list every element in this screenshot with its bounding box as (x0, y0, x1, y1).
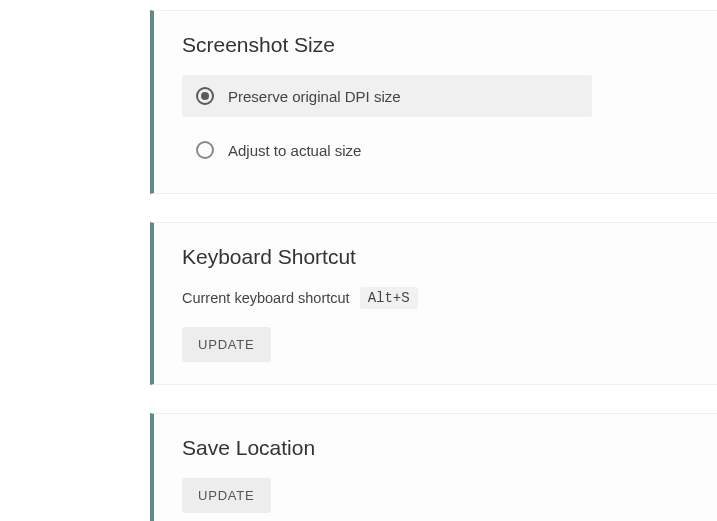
radio-adjust-actual[interactable]: Adjust to actual size (182, 129, 592, 171)
keyboard-shortcut-current-row: Current keyboard shortcut Alt+S (182, 287, 697, 309)
keyboard-shortcut-current-label: Current keyboard shortcut (182, 290, 350, 306)
radio-adjust-actual-label: Adjust to actual size (228, 142, 361, 159)
save-location-update-button[interactable]: UPDATE (182, 478, 271, 513)
screenshot-size-section: Screenshot Size Preserve original DPI si… (150, 10, 717, 194)
screenshot-size-title: Screenshot Size (182, 33, 697, 57)
radio-preserve-dpi-label: Preserve original DPI size (228, 88, 401, 105)
radio-unselected-icon (196, 141, 214, 159)
keyboard-shortcut-section: Keyboard Shortcut Current keyboard short… (150, 222, 717, 385)
screenshot-size-radio-group: Preserve original DPI size Adjust to act… (182, 75, 697, 171)
keyboard-shortcut-value: Alt+S (360, 287, 418, 309)
radio-selected-icon (196, 87, 214, 105)
save-location-section: Save Location UPDATE (150, 413, 717, 521)
save-location-title: Save Location (182, 436, 697, 460)
keyboard-shortcut-update-button[interactable]: UPDATE (182, 327, 271, 362)
keyboard-shortcut-title: Keyboard Shortcut (182, 245, 697, 269)
radio-dot-icon (201, 92, 209, 100)
radio-preserve-dpi[interactable]: Preserve original DPI size (182, 75, 592, 117)
